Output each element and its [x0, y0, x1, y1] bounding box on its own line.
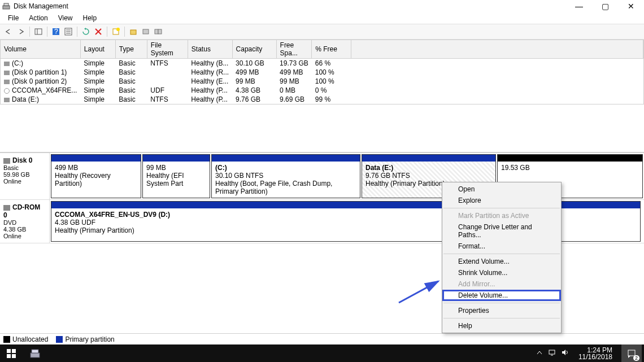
legend-label-unallocated: Unallocated — [12, 335, 48, 343]
refresh-icon[interactable] — [81, 27, 91, 37]
partition-stripe — [498, 155, 642, 162]
action3-icon[interactable] — [153, 27, 163, 37]
legend: Unallocated Primary partition — [0, 333, 644, 344]
partition-size: 99 MB — [146, 164, 206, 172]
menu-item-change-drive-letter-and-paths[interactable]: Change Drive Letter and Paths... — [442, 221, 561, 241]
tray-volume-icon[interactable] — [562, 349, 569, 357]
tray-clock[interactable]: 1:24 PM 11/16/2018 — [575, 347, 616, 360]
menu-item-extend-volume[interactable]: Extend Volume... — [442, 256, 561, 267]
menu-view[interactable]: View — [54, 13, 77, 23]
menu-item-explore[interactable]: Explore — [442, 195, 561, 206]
volume-row[interactable]: (Disk 0 partition 2)SimpleBasicHealthy (… — [1, 77, 643, 86]
vol-free: 0 MB — [276, 86, 312, 95]
partition-status: Healthy (Boot, Page File, Crash Dump, Pr… — [215, 180, 356, 195]
legend-swatch-primary — [56, 336, 63, 343]
action1-icon[interactable] — [128, 27, 138, 37]
col-spacer[interactable] — [351, 40, 643, 59]
taskbar-app-disk-management[interactable] — [24, 344, 46, 362]
vol-free: 99 MB — [276, 77, 312, 86]
partition-size: 9.76 GB NTFS — [365, 172, 492, 180]
menu-file[interactable]: File — [3, 13, 23, 23]
vol-name: (C:) — [12, 59, 23, 67]
svg-line-18 — [399, 281, 438, 303]
svg-rect-17 — [158, 29, 162, 34]
vol-layout: Simple — [80, 77, 115, 86]
vol-status: Healthy (E... — [188, 77, 232, 86]
disk-info[interactable]: CD-ROM 0DVD4.38 GBOnline — [0, 200, 50, 243]
tray-up-icon[interactable] — [537, 350, 542, 357]
close-button[interactable]: ✕ — [618, 0, 644, 12]
svg-rect-2 — [35, 29, 42, 34]
menu-help[interactable]: Help — [79, 13, 102, 23]
col-filesystem[interactable]: File System — [147, 40, 188, 59]
tray-date: 11/16/2018 — [578, 354, 612, 360]
volume-header-row[interactable]: Volume Layout Type File System Status Ca… — [1, 40, 643, 59]
partition[interactable]: (C:)30.10 GB NTFSHealthy (Boot, Page Fil… — [211, 154, 360, 198]
partition-size: 499 MB — [55, 164, 137, 172]
vol-pct: 0 % — [312, 86, 351, 95]
menu-item-shrink-volume[interactable]: Shrink Volume... — [442, 267, 561, 278]
menu-separator — [443, 318, 560, 319]
vol-capacity: 99 MB — [232, 77, 276, 86]
toolbar: ? — [0, 24, 644, 40]
partition-size: 30.10 GB NTFS — [215, 172, 356, 180]
vol-capacity: 4.38 GB — [232, 86, 276, 95]
vol-layout: Simple — [80, 68, 115, 77]
vol-capacity: 499 MB — [232, 68, 276, 77]
menu-item-delete-volume[interactable]: Delete Volume... — [442, 290, 561, 301]
partition[interactable]: 99 MBHealthy (EFI System Part — [142, 154, 210, 198]
col-status[interactable]: Status — [188, 40, 232, 59]
vol-pct: 66 % — [312, 59, 351, 68]
vol-type: Basic — [115, 68, 147, 77]
forward-button[interactable] — [16, 27, 26, 37]
volume-row[interactable]: (C:)SimpleBasicNTFSHealthy (B...30.10 GB… — [1, 59, 643, 68]
svg-rect-20 — [12, 349, 16, 353]
disk-info[interactable]: Disk 0Basic59.98 GBOnline — [0, 153, 50, 199]
volume-row[interactable]: Data (E:)SimpleBasicNTFSHealthy (P...9.7… — [1, 95, 643, 104]
menu-item-help[interactable]: Help — [442, 320, 561, 332]
vol-name: Data (E:) — [12, 95, 39, 103]
delete-icon[interactable] — [93, 27, 103, 37]
col-type[interactable]: Type — [115, 40, 147, 59]
partition-label: (C:) — [215, 164, 356, 172]
tray-network-icon[interactable] — [548, 349, 556, 357]
menu-item-properties[interactable]: Properties — [442, 305, 561, 316]
svg-rect-15 — [143, 29, 149, 34]
vol-capacity: 9.76 GB — [232, 95, 276, 104]
action2-icon[interactable] — [141, 27, 151, 37]
notifications-button[interactable]: 2 — [621, 344, 642, 362]
col-capacity[interactable]: Capacity — [232, 40, 276, 59]
menu-item-open[interactable]: Open — [442, 184, 561, 195]
menu-item-format[interactable]: Format... — [442, 241, 561, 252]
volume-list[interactable]: Volume Layout Type File System Status Ca… — [0, 40, 644, 152]
disk-size: 59.98 GB — [3, 171, 46, 178]
start-button[interactable] — [0, 344, 23, 362]
svg-rect-16 — [155, 29, 158, 34]
vol-type: Basic — [115, 59, 147, 68]
col-volume[interactable]: Volume — [1, 40, 80, 59]
new-icon[interactable] — [111, 27, 121, 37]
help-icon[interactable]: ? — [51, 27, 61, 37]
svg-rect-0 — [3, 6, 10, 9]
window-title: Disk Management — [14, 2, 68, 10]
volume-row[interactable]: (Disk 0 partition 1)SimpleBasicHealthy (… — [1, 68, 643, 77]
volume-row[interactable]: CCCOMA_X64FRE...SimpleBasicUDFHealthy (P… — [1, 86, 643, 95]
tray-time: 1:24 PM — [578, 347, 612, 354]
app-icon — [2, 2, 10, 10]
col-free[interactable]: Free Spa... — [276, 40, 312, 59]
svg-rect-19 — [7, 349, 11, 353]
svg-rect-1 — [4, 3, 8, 6]
titlebar: Disk Management — ▢ ✕ — [0, 0, 644, 12]
partition-stripe — [143, 155, 210, 162]
partition[interactable]: 499 MBHealthy (Recovery Partition) — [51, 154, 141, 198]
back-button[interactable] — [3, 27, 14, 37]
properties-icon[interactable] — [63, 27, 73, 37]
partition-stripe — [51, 155, 141, 162]
vol-type: Basic — [115, 95, 147, 104]
col-layout[interactable]: Layout — [80, 40, 115, 59]
show-hide-button[interactable] — [33, 27, 43, 37]
col-pctfree[interactable]: % Free — [312, 40, 351, 59]
maximize-button[interactable]: ▢ — [592, 0, 618, 12]
minimize-button[interactable]: — — [566, 0, 592, 12]
menu-action[interactable]: Action — [24, 13, 52, 23]
